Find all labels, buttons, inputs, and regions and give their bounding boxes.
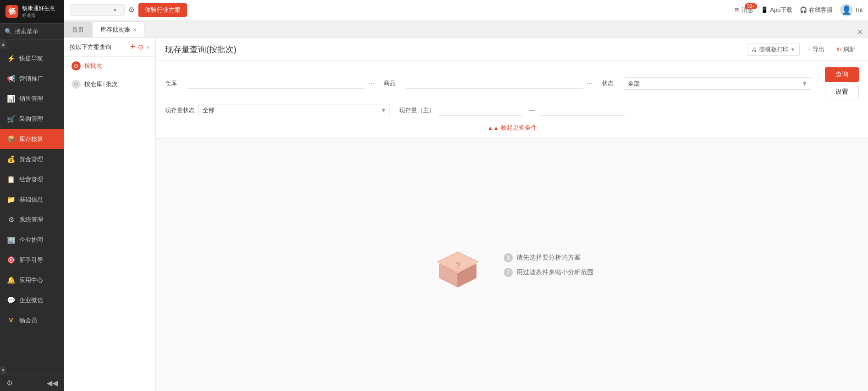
app-download-btn[interactable]: 📱 App下载 [761,6,792,14]
collapse-label: 收起更多条件 [501,124,537,132]
sidebar-item-label: 经营管理 [19,175,43,184]
operation-icon: 📋 [6,175,16,184]
product-label: 商品 [384,79,402,87]
sidebar-item-label: 企业协同 [19,236,43,244]
export-icon: ↑ [808,46,811,53]
warehouse-input[interactable] [187,78,364,89]
basic-icon: 📁 [6,195,16,204]
notification-icon: ✉ [735,6,740,13]
topbar-gear-icon[interactable]: ⚙ [128,5,135,14]
sidebar-header: 畅 畅康通好生意 标准版 [0,0,64,24]
filter-row-1: 仓库 ··· 商品 ··· 状态 全部 [165,67,859,99]
brand-name: 畅康通好生意 [22,5,59,12]
add-scheme-btn[interactable]: + [130,42,135,52]
print-btn[interactable]: 🖨 按模板打印 ▼ [747,43,800,56]
user-profile-btn[interactable]: 👤 Rit [840,4,863,16]
page-title-bar: 现存量查询(按批次) 🖨 按模板打印 ▼ ↑ 导出 ↻ 刷新 [156,38,868,61]
collapse-filters-btn[interactable]: ▲▲ 收起更多条件 [165,121,859,132]
sidebar-item-member[interactable]: V 畅会员 [0,310,64,331]
sidebar-item-operation[interactable]: 📋 经营管理 [0,169,64,190]
search-icon: 🔍 [5,28,12,35]
collapse-sidebar-icon[interactable]: ◀◀ [47,379,58,387]
scheme-item-by-warehouse-batch[interactable]: ⊙ 按仓库+批次 [64,75,155,93]
sidebar-item-basic[interactable]: 📁 基础信息 [0,190,64,210]
refresh-icon: ↻ [836,46,841,53]
brand-tag: 标准版 [22,12,59,19]
empty-tip-1: 1 请先选择要分析的方案 [504,253,593,262]
topbar-right: ✉ 消息 99+ 📱 App下载 🎧 在线客服 👤 Rit [735,4,863,16]
sidebar-item-marketing[interactable]: 📢 营销推广 [0,69,64,89]
settings-gear-icon[interactable]: ⚙ [6,379,13,387]
status-label: 状态 [602,79,620,87]
topbar-dropdown-btn[interactable]: ▼ [112,7,118,13]
brand-info: 畅康通好生意 标准版 [22,5,59,19]
sidebar-item-label: 畅会员 [19,316,37,325]
sidebar-item-newbie[interactable]: 🎯 新手引导 [0,250,64,270]
scroll-up-btn[interactable]: ▲ [0,40,6,49]
search-menu[interactable]: 🔍 搜索菜单 [0,24,64,40]
status-select[interactable]: 全部 正常 停用 [624,77,811,90]
sidebar-item-enterprise[interactable]: 🏢 企业协同 [0,230,64,250]
export-btn[interactable]: ↑ 导出 [804,43,829,55]
sidebar-item-wechat[interactable]: 💬 企业微信 [0,290,64,310]
sidebar-item-label: 企业微信 [19,296,43,304]
service-label: 在线客服 [809,6,833,14]
service-icon: 🎧 [800,6,807,13]
sidebar-item-label: 销售管理 [19,95,43,103]
page-title: 现存量查询(按批次) [165,44,236,55]
inventory-qty-dash: — [526,107,538,114]
sidebar-item-label: 采购管理 [19,115,43,123]
sales-icon: 📊 [6,94,16,103]
tab-close-btn[interactable]: × [133,27,137,33]
scheme-item-by-batch[interactable]: ⊙ 按批次 [64,57,155,75]
sidebar-item-finance[interactable]: 💰 资金管理 [0,149,64,169]
panel-header-actions: + ⊙ « [130,42,150,52]
sidebar-item-label: 应用中心 [19,276,43,284]
panel-header-label: 按以下方案查询 [70,43,111,51]
sidebar-item-quick-nav[interactable]: ⚡ 快捷导航 [0,49,64,69]
notification-btn[interactable]: ✉ 消息 99+ [735,6,753,14]
warehouse-filter: 仓库 ··· [165,78,374,89]
filter-settings-btn[interactable]: 设置 [825,85,859,99]
scroll-down-btn[interactable]: ▼ [0,366,6,375]
scheme-settings-btn[interactable]: ⊙ [138,43,144,51]
inventory-status-select[interactable]: 全部 有库存 无库存 [198,104,390,116]
panel-collapse-btn[interactable]: « [147,43,150,50]
newbie-icon: 🎯 [6,255,16,265]
sidebar-item-sales[interactable]: 📊 销售管理 [0,89,64,109]
empty-tips: 1 请先选择要分析的方案 2 用过滤条件来缩小分析范围 [504,253,593,277]
service-btn[interactable]: 🎧 在线客服 [800,6,833,14]
warehouse-more-btn[interactable]: ··· [368,79,374,87]
tip-num-1: 1 [504,253,513,262]
product-more-btn[interactable]: ··· [587,79,593,87]
sidebar-item-purchase[interactable]: 🛒 采购管理 [0,109,64,129]
app-download-icon: 📱 [761,6,768,13]
sidebar-item-system[interactable]: ⚙ 系统管理 [0,210,64,230]
product-input[interactable] [406,78,583,89]
tab-home[interactable]: 首页 [64,22,92,37]
empty-svg: ? [430,237,485,292]
collapse-up-icon: ▲▲ [487,125,499,131]
sidebar-item-appstore[interactable]: 🔔 应用中心 [0,270,64,290]
tab-inventory-batch-label: 库存批次账 [100,26,130,34]
topbar: ▼ ⚙ 体验行业方案 ✉ 消息 99+ 📱 App下载 🎧 在线客服 👤 [64,0,868,20]
filter-area: 仓库 ··· 商品 ··· 状态 全部 [156,61,868,139]
inventory-qty-from-input[interactable] [439,105,522,116]
filter-row-2: 现存量状态 全部 有库存 无库存 ▼ 现存量（主） — [165,104,859,116]
print-icon: 🖨 [751,46,757,53]
tab-close-right-btn[interactable]: ✕ [857,27,863,37]
tab-inventory-batch[interactable]: 库存批次账 × [93,22,144,37]
topbar-search-input[interactable] [74,6,110,13]
tip-text-1: 请先选择要分析的方案 [516,254,581,262]
sidebar-item-inventory[interactable]: 📦 库存核算 [0,129,64,149]
query-btn[interactable]: 查询 [825,67,859,82]
member-icon: V [6,316,16,325]
user-name: Rit [856,7,863,13]
enterprise-icon: 🏢 [6,235,16,244]
inventory-qty-to-input[interactable] [541,105,625,116]
inventory-icon: 📦 [6,135,16,144]
print-label: 按模板打印 [759,45,789,54]
sidebar-item-label: 基础信息 [19,196,43,204]
experience-btn[interactable]: 体验行业方案 [138,3,187,17]
refresh-btn[interactable]: ↻ 刷新 [833,43,859,55]
